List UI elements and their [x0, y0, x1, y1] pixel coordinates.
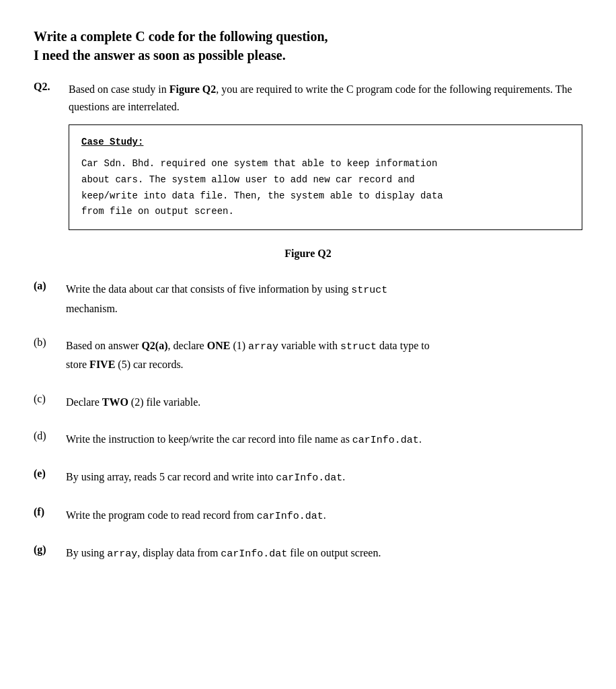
sub-text-a: Write the data about car that consists o…: [66, 280, 582, 318]
sub-text-b: Based on answer Q2(a), declare ONE (1) a…: [66, 336, 582, 374]
question-label: Q2.: [34, 81, 58, 234]
sub-label-e: (e): [34, 468, 58, 480]
sub-label-f: (f): [34, 506, 58, 518]
sub-label-c: (c): [34, 393, 58, 405]
page-container: Write a complete C code for the followin…: [34, 27, 582, 563]
sub-question-d-row: (d) Write the instruction to keep/write …: [34, 430, 582, 449]
case-study-body: Car Sdn. Bhd. required one system that a…: [81, 156, 570, 220]
page-title: Write a complete C code for the followin…: [34, 27, 582, 65]
sub-label-a: (a): [34, 280, 58, 292]
sub-label-b: (b): [34, 336, 58, 349]
sub-text-e: By using array, reads 5 car record and w…: [66, 468, 582, 487]
question-body: Based on case study in Figure Q2, you ar…: [69, 81, 582, 234]
sub-question-c: (c) Declare TWO (2) file variable.: [34, 393, 582, 411]
sub-text-d: Write the instruction to keep/write the …: [66, 430, 582, 449]
sub-question-a: (a) Write the data about car that consis…: [34, 280, 582, 318]
sub-text-c: Declare TWO (2) file variable.: [66, 393, 582, 411]
sub-question-f: (f) Write the program code to read recor…: [34, 506, 582, 525]
code-carinfo-g: carInfo.dat: [221, 548, 287, 560]
figure-caption: Figure Q2: [34, 248, 582, 260]
sub-question-b: (b) Based on answer Q2(a), declare ONE (…: [34, 336, 582, 374]
sub-label-g: (g): [34, 544, 58, 556]
code-carinfo-f: carInfo.dat: [257, 511, 323, 522]
main-question: Q2. Based on case study in Figure Q2, yo…: [34, 81, 582, 234]
code-carinfo-e: carInfo.dat: [276, 472, 342, 484]
figure-ref: Figure Q2: [169, 83, 216, 95]
code-struct-b: struct: [340, 341, 377, 353]
question-intro-text: Based on case study in: [69, 83, 169, 95]
sub-question-a-row: (a) Write the data about car that consis…: [34, 280, 582, 318]
case-study-box: Case Study: Car Sdn. Bhd. required one s…: [69, 124, 582, 230]
sub-question-e-row: (e) By using array, reads 5 car record a…: [34, 468, 582, 487]
two-bold: TWO: [102, 396, 128, 408]
sub-question-e: (e) By using array, reads 5 car record a…: [34, 468, 582, 487]
sub-label-d: (d): [34, 430, 58, 442]
sub-question-g: (g) By using array, display data from ca…: [34, 544, 582, 563]
code-struct-a: struct: [351, 285, 387, 296]
five-bold: FIVE: [89, 359, 115, 370]
code-carinfo-d: carInfo.dat: [352, 435, 419, 446]
sub-question-b-row: (b) Based on answer Q2(a), declare ONE (…: [34, 336, 582, 374]
sub-question-d: (d) Write the instruction to keep/write …: [34, 430, 582, 449]
sub-text-g: By using array, display data from carInf…: [66, 544, 582, 563]
sub-question-c-row: (c) Declare TWO (2) file variable.: [34, 393, 582, 411]
sub-question-g-row: (g) By using array, display data from ca…: [34, 544, 582, 563]
sub-text-f: Write the program code to read record fr…: [66, 506, 582, 525]
code-array-b: array: [248, 341, 278, 353]
q2a-ref: Q2(a): [141, 340, 167, 351]
code-array-g: array: [107, 548, 137, 560]
case-study-title: Case Study:: [81, 135, 570, 151]
sub-question-f-row: (f) Write the program code to read recor…: [34, 506, 582, 525]
one-bold: ONE: [207, 340, 231, 351]
